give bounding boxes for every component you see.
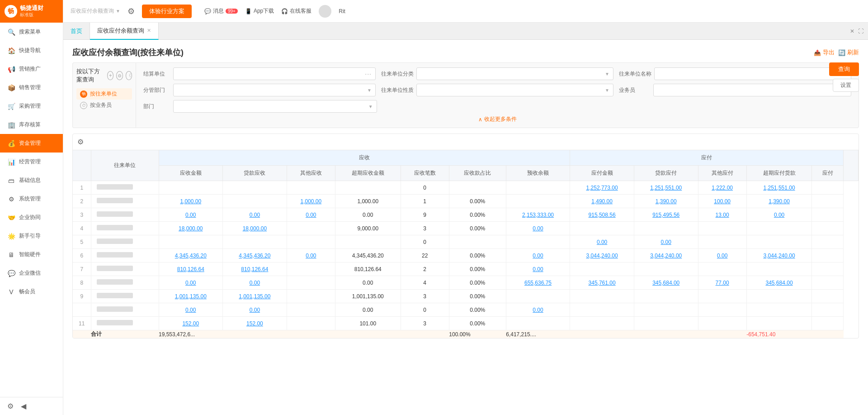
- sidebar-item-finance[interactable]: 💰 资金管理: [0, 134, 63, 153]
- cell-link[interactable]: 2,153,333.00: [506, 208, 570, 222]
- cell-empty: [506, 235, 570, 249]
- filter-row-1: 结算单位 ··· 往来单位分类 ▼: [143, 67, 851, 80]
- settings-footer-icon[interactable]: ⚙: [7, 402, 14, 410]
- dept-manager-input[interactable]: ▼: [173, 84, 376, 96]
- sidebar-item-operation[interactable]: 📊 经营管理: [0, 153, 63, 171]
- cell-link[interactable]: 0.00: [746, 208, 812, 222]
- nature-input[interactable]: ▼: [416, 84, 613, 96]
- sidebar-item-guide[interactable]: 🌟 新手引导: [0, 227, 63, 245]
- refresh-button[interactable]: 🔄 刷新: [838, 48, 859, 57]
- cell-link[interactable]: 0.00: [506, 303, 570, 317]
- export-button[interactable]: 📤 导出: [814, 48, 835, 57]
- cell-link[interactable]: 100.00: [698, 195, 746, 208]
- cell-link[interactable]: 0.00: [287, 208, 335, 222]
- topbar-settings-button[interactable]: ⚙: [126, 5, 137, 18]
- cell-link[interactable]: 0.00: [223, 208, 287, 222]
- cell-link[interactable]: 18,000.00: [223, 222, 287, 235]
- tab-expand-icon[interactable]: ⛶: [858, 28, 863, 34]
- cell-link[interactable]: 810,126.64: [159, 262, 223, 276]
- filter-option-by-unit[interactable]: 畅 按往来单位: [76, 88, 132, 100]
- sidebar-item-marketing[interactable]: 📢 营销推广: [0, 60, 63, 78]
- cell-link[interactable]: 1,000.00: [287, 195, 335, 208]
- cell-link[interactable]: 4,345,436.20: [223, 249, 287, 262]
- sidebar-item-search[interactable]: 🔍 搜索菜单: [0, 23, 63, 41]
- sidebar-item-wechat[interactable]: 💬 企业微信: [0, 264, 63, 282]
- dept-input[interactable]: ▼: [173, 100, 377, 113]
- cell-link[interactable]: 1,252,773.00: [570, 181, 634, 195]
- cell-link[interactable]: 18,000.00: [159, 222, 223, 235]
- sidebar-item-quick[interactable]: 🏠 快捷导航: [0, 41, 63, 60]
- cell-link[interactable]: 1,251,551.00: [746, 181, 812, 195]
- cell-link[interactable]: 1,390.00: [634, 195, 698, 208]
- query-button[interactable]: 查询: [829, 62, 859, 76]
- group-header-row: 往来单位 应收 应付: [73, 150, 859, 166]
- filter-collapse-button[interactable]: 《: [126, 71, 132, 80]
- cell-link[interactable]: 1,490.00: [570, 195, 634, 208]
- tab-close-window-icon[interactable]: ✕: [850, 28, 854, 34]
- cell-link[interactable]: 4,345,436.20: [159, 249, 223, 262]
- cell-link[interactable]: 152.00: [223, 317, 287, 330]
- setting-button[interactable]: 设置: [833, 79, 859, 92]
- cell-link[interactable]: 0.00: [159, 303, 223, 317]
- tab-home[interactable]: 首页: [63, 23, 90, 40]
- filter-add-button[interactable]: +: [107, 71, 113, 80]
- cell-link[interactable]: 915,495.56: [634, 208, 698, 222]
- total-advance[interactable]: 6,417,215....: [506, 330, 570, 339]
- cell-link[interactable]: 345,684.00: [634, 276, 698, 290]
- table-scroll[interactable]: 往来单位 应收 应付 应收金额 贷款应收 其他应收 超期应收金额 应收笔数 应收…: [73, 150, 859, 338]
- sidebar-item-basic[interactable]: 🗃 基础信息: [0, 171, 63, 190]
- sidebar-item-system[interactable]: ⚙ 系统管理: [0, 190, 63, 208]
- settlement-input[interactable]: ···: [173, 67, 376, 80]
- filter-option-by-salesman[interactable]: ⏱ 按业务员: [76, 100, 132, 111]
- industry-plan-button[interactable]: 体验行业方案: [142, 5, 192, 18]
- cell-link[interactable]: 0.00: [506, 222, 570, 235]
- cell-link[interactable]: 345,761.00: [570, 276, 634, 290]
- salesman-input[interactable]: ···: [653, 84, 851, 96]
- total-receivable-amount[interactable]: 19,553,472,6...: [159, 330, 223, 339]
- sidebar-item-vip[interactable]: V 畅会员: [0, 282, 63, 301]
- cell-link[interactable]: 0.00: [159, 276, 223, 290]
- cell-link[interactable]: 0.00: [159, 208, 223, 222]
- cell-link[interactable]: 0.00: [287, 249, 335, 262]
- cell-link[interactable]: 1,000.00: [159, 195, 223, 208]
- cell-link[interactable]: 1,222.00: [698, 181, 746, 195]
- cell-link[interactable]: 0.00: [570, 235, 634, 249]
- cell-link[interactable]: 0.00: [223, 276, 287, 290]
- cell-link[interactable]: 0.00: [698, 249, 746, 262]
- sidebar-item-inventory[interactable]: 🏢 库存核算: [0, 115, 63, 134]
- cell-link[interactable]: 3,044,240.00: [746, 249, 812, 262]
- cell-link[interactable]: 655,636.75: [506, 276, 570, 290]
- cell-link[interactable]: 1,390.00: [746, 195, 812, 208]
- cell-link[interactable]: 77.00: [698, 276, 746, 290]
- message-item[interactable]: 💬 消息 99+: [204, 7, 238, 15]
- cell-link[interactable]: 0.00: [634, 235, 698, 249]
- online-service-item[interactable]: 🎧 在线客服: [281, 7, 311, 15]
- cell-link[interactable]: 3,044,240.00: [634, 249, 698, 262]
- tab-query[interactable]: 应收应付余额查询 ✕: [90, 23, 159, 40]
- cell-link[interactable]: 0.00: [506, 262, 570, 276]
- tab-close-icon[interactable]: ✕: [147, 28, 151, 33]
- tabs-end: ✕ ⛶: [845, 28, 868, 34]
- cell-link[interactable]: 1,001,135.00: [223, 290, 287, 303]
- filter-collapse-btn[interactable]: ∧ 收起更多条件: [143, 115, 851, 123]
- cell-link[interactable]: 152.00: [159, 317, 223, 330]
- sidebar-item-enterprise[interactable]: 🤝 企业协同: [0, 208, 63, 227]
- cell-link[interactable]: 915,508.56: [570, 208, 634, 222]
- filter-settings-button[interactable]: ⚙: [116, 71, 123, 80]
- sidebar-item-hardware[interactable]: 🖥 智能硬件: [0, 245, 63, 264]
- cell-link[interactable]: 1,001,135.00: [159, 290, 223, 303]
- cell-link[interactable]: 1,251,551.00: [634, 181, 698, 195]
- cell-link[interactable]: 0.00: [223, 303, 287, 317]
- cell-link[interactable]: 13.00: [698, 208, 746, 222]
- cell-link[interactable]: 3,044,240.00: [570, 249, 634, 262]
- table-settings-icon[interactable]: ⚙: [77, 138, 84, 146]
- collapse-footer-icon[interactable]: ◀: [21, 402, 26, 410]
- category-input[interactable]: ▼: [416, 67, 613, 80]
- cell-link[interactable]: 345,684.00: [746, 276, 812, 290]
- app-download-item[interactable]: 📱 App下载: [245, 7, 274, 15]
- sidebar-item-purchase[interactable]: 🛒 采购管理: [0, 97, 63, 115]
- name-input[interactable]: [654, 67, 851, 80]
- sidebar-item-sales[interactable]: 📦 销售管理: [0, 78, 63, 97]
- cell-link[interactable]: 810,126.64: [223, 262, 287, 276]
- cell-link[interactable]: 0.00: [506, 249, 570, 262]
